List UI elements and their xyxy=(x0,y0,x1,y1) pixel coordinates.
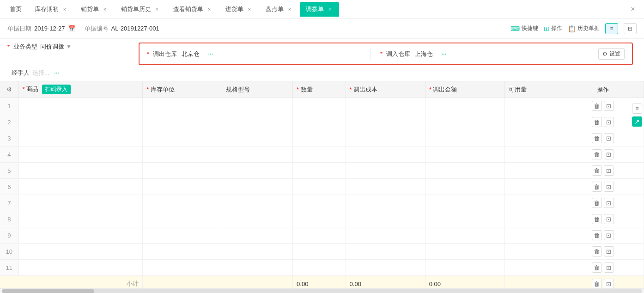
row-copy-button[interactable]: ⊡ xyxy=(604,246,614,256)
row-product[interactable] xyxy=(18,227,143,244)
handler-select[interactable]: 选择... xyxy=(32,69,49,77)
transfer-in-more-button[interactable]: ··· xyxy=(441,50,446,58)
layout-list-button[interactable]: ≡ xyxy=(605,23,618,34)
row-delete-button[interactable]: 🗑 xyxy=(592,214,602,224)
row-quantity[interactable] xyxy=(293,260,346,276)
row-available[interactable] xyxy=(504,114,562,130)
row-amount[interactable] xyxy=(425,195,504,211)
row-amount[interactable] xyxy=(425,98,504,114)
row-spec[interactable] xyxy=(222,195,293,211)
row-cost[interactable] xyxy=(346,130,425,146)
row-spec[interactable] xyxy=(222,227,293,244)
row-available[interactable] xyxy=(504,179,562,195)
row-unit[interactable] xyxy=(143,227,222,244)
row-delete-button[interactable]: 🗑 xyxy=(592,182,602,192)
row-unit[interactable] xyxy=(143,260,222,276)
row-amount[interactable] xyxy=(425,260,504,276)
row-available[interactable] xyxy=(504,130,562,146)
operations-button[interactable]: ⊞ 操作 xyxy=(544,24,562,32)
row-spec[interactable] xyxy=(222,211,293,227)
tab-home[interactable]: 首页 xyxy=(4,2,28,17)
row-spec[interactable] xyxy=(222,130,293,146)
transfer-out-more-button[interactable]: ··· xyxy=(208,50,213,58)
row-quantity[interactable] xyxy=(293,98,346,114)
side-export-button[interactable]: ↗ xyxy=(632,116,642,127)
row-spec[interactable] xyxy=(222,179,293,195)
row-cost[interactable] xyxy=(346,179,425,195)
row-amount[interactable] xyxy=(425,211,504,227)
row-available[interactable] xyxy=(504,260,562,276)
row-available[interactable] xyxy=(504,211,562,227)
row-available[interactable] xyxy=(504,244,562,260)
row-product[interactable] xyxy=(18,146,143,163)
row-unit[interactable] xyxy=(143,211,222,227)
row-copy-button[interactable]: ⊡ xyxy=(604,117,614,127)
row-product[interactable] xyxy=(18,211,143,227)
row-quantity[interactable] xyxy=(293,195,346,211)
row-unit[interactable] xyxy=(143,244,222,260)
row-spec[interactable] xyxy=(222,244,293,260)
shortcuts-button[interactable]: ⌨ 快捷键 xyxy=(510,24,538,32)
tab-inventory-init[interactable]: 库存期初 × xyxy=(29,2,74,17)
row-delete-button[interactable]: 🗑 xyxy=(592,230,602,240)
row-product[interactable] xyxy=(18,244,143,260)
row-copy-button[interactable]: ⊡ xyxy=(604,149,614,159)
row-copy-button[interactable]: ⊡ xyxy=(604,133,614,143)
row-cost[interactable] xyxy=(346,163,425,179)
row-cost[interactable] xyxy=(346,244,425,260)
row-amount[interactable] xyxy=(425,163,504,179)
row-available[interactable] xyxy=(504,146,562,163)
row-quantity[interactable] xyxy=(293,146,346,163)
row-cost[interactable] xyxy=(346,227,425,244)
row-cost[interactable] xyxy=(346,195,425,211)
row-cost[interactable] xyxy=(346,98,425,114)
row-amount[interactable] xyxy=(425,114,504,130)
row-unit[interactable] xyxy=(143,179,222,195)
row-delete-button[interactable]: 🗑 xyxy=(592,198,602,208)
row-amount[interactable] xyxy=(425,179,504,195)
calendar-icon[interactable]: 📅 xyxy=(68,25,75,32)
row-product[interactable] xyxy=(18,98,143,114)
row-copy-button[interactable]: ⊡ xyxy=(604,198,614,208)
col-settings-header[interactable]: ⚙ xyxy=(0,81,18,98)
row-delete-button[interactable]: 🗑 xyxy=(592,101,602,111)
tab-view-sales[interactable]: 查看销货单 × xyxy=(167,2,219,17)
row-copy-button[interactable]: ⊡ xyxy=(604,230,614,240)
row-copy-button[interactable]: ⊡ xyxy=(604,182,614,192)
row-product[interactable] xyxy=(18,179,143,195)
tab-transfer-order[interactable]: 调拨单 × xyxy=(300,2,339,17)
row-amount[interactable] xyxy=(425,146,504,163)
row-delete-button[interactable]: 🗑 xyxy=(592,117,602,127)
tab-inventory-init-close[interactable]: × xyxy=(61,6,68,12)
row-copy-button[interactable]: ⊡ xyxy=(604,165,614,176)
row-product[interactable] xyxy=(18,114,143,130)
horizontal-scrollbar[interactable] xyxy=(0,288,644,293)
row-quantity[interactable] xyxy=(293,163,346,179)
row-cost[interactable] xyxy=(346,114,425,130)
layout-grid-button[interactable]: ⊟ xyxy=(624,23,637,34)
row-spec[interactable] xyxy=(222,146,293,163)
row-unit[interactable] xyxy=(143,98,222,114)
business-type-select[interactable]: 同价调拨 ▼ xyxy=(40,43,86,51)
window-close-button[interactable]: × xyxy=(626,2,640,17)
tab-inventory-count[interactable]: 盘点单 × xyxy=(260,2,299,17)
transfer-out-value[interactable]: 北京仓 xyxy=(182,50,200,58)
row-cost[interactable] xyxy=(346,260,425,276)
subtotal-delete-button[interactable]: 🗑 xyxy=(592,279,602,288)
row-copy-button[interactable]: ⊡ xyxy=(604,214,614,224)
tab-view-sales-close[interactable]: × xyxy=(206,6,213,12)
scrollbar-thumb[interactable] xyxy=(2,289,94,293)
row-unit[interactable] xyxy=(143,163,222,179)
tab-sales-order-close[interactable]: × xyxy=(102,6,108,12)
row-product[interactable] xyxy=(18,130,143,146)
row-available[interactable] xyxy=(504,98,562,114)
row-delete-button[interactable]: 🗑 xyxy=(592,165,602,176)
tab-sales-history[interactable]: 销货单历史 × xyxy=(115,2,166,17)
row-quantity[interactable] xyxy=(293,227,346,244)
row-spec[interactable] xyxy=(222,114,293,130)
row-quantity[interactable] xyxy=(293,244,346,260)
tab-sales-history-close[interactable]: × xyxy=(154,6,160,12)
scan-input-button[interactable]: 扫码录入 xyxy=(42,85,71,94)
row-amount[interactable] xyxy=(425,227,504,244)
tab-purchase-order-close[interactable]: × xyxy=(246,6,253,12)
